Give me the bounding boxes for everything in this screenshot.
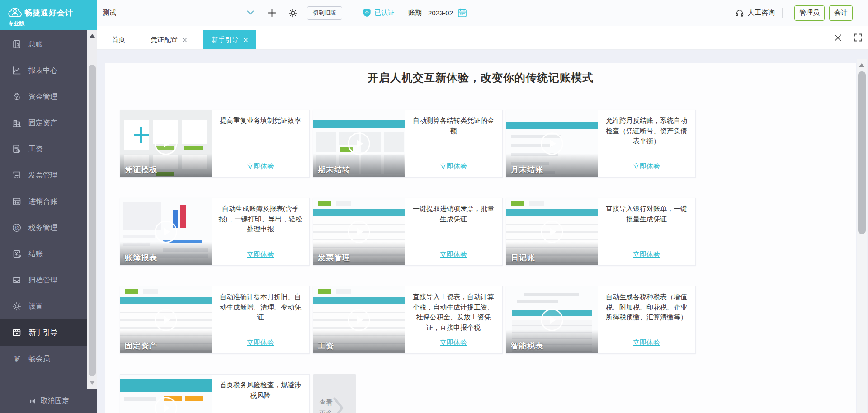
switch-old-version-button[interactable]: 切到旧版 — [307, 6, 342, 20]
sidebar-item[interactable]: V 畅会员 — [0, 346, 87, 372]
guide-card: 日记账 直接导入银行对账单，一键批量生成凭证 立即体验 — [506, 198, 696, 266]
sidebar-item[interactable]: 报表中心 — [0, 57, 87, 84]
try-now-link[interactable]: 立即体验 — [247, 162, 274, 171]
role-admin-button[interactable]: 管理员 — [794, 5, 825, 21]
try-now-link[interactable]: 立即体验 — [633, 162, 660, 171]
video-thumbnail[interactable]: 月末结账 — [506, 110, 598, 177]
play-icon[interactable] — [154, 131, 178, 156]
guide-card: 固定资产 自动准确计提本月折旧、自动生成新增、清理、变动凭证 立即体验 — [120, 286, 310, 354]
tax-icon: 税 — [12, 223, 22, 233]
sidebar-item[interactable]: 资金管理 — [0, 84, 87, 110]
sidebar-item-label: 发票管理 — [28, 171, 57, 180]
svg-text:V: V — [14, 355, 20, 363]
try-now-link[interactable]: 立即体验 — [440, 162, 467, 171]
card-title: 发票管理 — [318, 253, 350, 263]
tab[interactable]: 凭证配置 — [142, 30, 196, 49]
card-body: 提高重复业务填制凭证效率 立即体验 — [212, 110, 309, 177]
sidebar-item-label: 总账 — [28, 40, 43, 49]
company-select[interactable]: 测试 — [103, 4, 254, 22]
scroll-up-icon[interactable] — [90, 34, 95, 38]
card-body: 直接导入工资表，自动计算个税，自动生成计提工资、社保公积金、发放工资凭证，直接申… — [405, 286, 502, 353]
card-description: 自动生成各税种税表（增值税、附加税、印花税、企业所得税预缴、汇算清缴等） — [604, 292, 689, 323]
main-scrollbar-thumb[interactable] — [858, 71, 866, 234]
content-area: 开启人机交互新体验，改变你的传统记账模式 凭证模板 — [97, 50, 868, 413]
main-scrollbar[interactable] — [857, 59, 867, 413]
play-icon[interactable] — [540, 308, 564, 332]
video-thumbnail[interactable]: 智能税表 — [506, 286, 598, 353]
sidebar-item[interactable]: 税 税务管理 — [0, 215, 87, 241]
sidebar-item[interactable]: 归档管理 — [0, 267, 87, 293]
play-icon[interactable] — [154, 396, 178, 413]
card-description: 直接导入工资表，自动计算个税，自动生成计提工资、社保公积金、发放工资凭证，直接申… — [411, 292, 496, 333]
card-description: 直接导入银行对账单，一键批量生成凭证 — [604, 204, 689, 224]
video-thumbnail[interactable]: 工资 — [313, 286, 405, 353]
play-icon[interactable] — [347, 220, 371, 244]
try-now-link[interactable]: 立即体验 — [633, 338, 660, 347]
card-description: 自动准确计提本月折旧、自动生成新增、清理、变动凭证 — [218, 292, 303, 323]
headset-icon — [735, 9, 744, 18]
sidebar-item-label: 进销台账 — [28, 197, 57, 206]
play-icon[interactable] — [540, 131, 564, 156]
settings-gear-icon[interactable] — [288, 8, 298, 18]
guide-card: 首页税务风险检查，规避涉税风险 — [120, 374, 310, 413]
video-thumbnail[interactable]: 账簿报表 — [120, 198, 212, 265]
guide-panel: 开启人机交互新体验，改变你的传统记账模式 凭证模板 — [105, 63, 856, 413]
view-more-button[interactable]: 查看 更多 — [313, 374, 356, 413]
play-icon[interactable] — [347, 308, 371, 332]
tab-label: 首页 — [112, 30, 125, 49]
fullscreen-icon[interactable] — [848, 26, 868, 49]
sidebar-scrollbar[interactable] — [87, 30, 97, 389]
sidebar-item[interactable]: 工资 — [0, 136, 87, 162]
sidebar-scrollbar-thumb[interactable] — [89, 65, 96, 376]
card-title: 固定资产 — [125, 341, 157, 351]
scroll-up-icon[interactable] — [859, 63, 864, 67]
sidebar-item[interactable]: 进销台账 — [0, 188, 87, 215]
sidebar-item[interactable]: 设置 — [0, 293, 87, 319]
sidebar-item-label: 畅会员 — [28, 354, 50, 364]
try-now-link[interactable]: 立即体验 — [440, 338, 467, 347]
shield-cert-icon: 企 — [362, 8, 372, 18]
card-body: 允许跨月反结账，系统自动检查（凭证断号、资产负债表平衡） 立即体验 — [598, 110, 695, 177]
tab-close-icon[interactable] — [243, 38, 248, 42]
video-thumbnail[interactable]: 凭证模板 — [120, 110, 212, 177]
tab-bar: 首页 凭证配置 新手引导 — [97, 26, 868, 50]
calendar-icon[interactable] — [458, 8, 467, 18]
unpin-sidebar-button[interactable]: 取消固定 — [0, 389, 97, 413]
video-thumbnail[interactable]: 发票管理 — [313, 198, 405, 265]
sidebar-item-label: 税务管理 — [28, 223, 57, 233]
video-thumbnail[interactable]: 期末结转 — [313, 110, 405, 177]
add-account-set-icon[interactable] — [268, 9, 276, 17]
accounting-period[interactable]: 账期 2023-02 — [408, 8, 467, 18]
scroll-down-icon[interactable] — [90, 381, 95, 385]
play-icon[interactable] — [347, 131, 371, 156]
sidebar-item[interactable]: 发票管理 — [0, 162, 87, 188]
guide-card-grid: 凭证模板 提高重复业务填制凭证效率 立即体验 — [120, 110, 699, 413]
tab[interactable]: 新手引导 — [203, 30, 256, 49]
card-title: 期末结转 — [318, 164, 350, 175]
sidebar-item[interactable]: 新手引导 — [0, 319, 87, 346]
sidebar-nav: 总账 报表中心 资金管理 固定资产 工资 发票管理 进销台账 税 — [0, 30, 87, 389]
close-all-tabs-icon[interactable] — [828, 26, 848, 49]
tab[interactable]: 首页 — [103, 30, 134, 49]
try-now-link[interactable]: 立即体验 — [633, 250, 660, 259]
try-now-link[interactable]: 立即体验 — [247, 250, 274, 259]
card-body: 自动生成各税种税表（增值税、附加税、印花税、企业所得税预缴、汇算清缴等） 立即体… — [598, 286, 695, 353]
live-support[interactable]: 人工咨询 — [735, 9, 775, 18]
video-thumbnail[interactable]: 固定资产 — [120, 286, 212, 353]
play-icon[interactable] — [154, 308, 178, 332]
sidebar-item[interactable]: 结账 — [0, 241, 87, 267]
guide-card: 月末结账 允许跨月反结账，系统自动检查（凭证断号、资产负债表平衡） 立即体验 — [506, 110, 696, 178]
role-accountant-button[interactable]: 会计 — [829, 5, 853, 21]
card-title: 智能税表 — [511, 341, 543, 351]
tab-close-icon[interactable] — [182, 38, 187, 42]
try-now-link[interactable]: 立即体验 — [247, 338, 274, 347]
sidebar-item[interactable]: 固定资产 — [0, 110, 87, 136]
divider — [782, 8, 783, 18]
sidebar-item[interactable]: 总账 — [0, 31, 87, 57]
video-thumbnail[interactable] — [120, 375, 212, 413]
try-now-link[interactable]: 立即体验 — [440, 250, 467, 259]
play-icon[interactable] — [154, 220, 178, 244]
card-description: 允许跨月反结账，系统自动检查（凭证断号、资产负债表平衡） — [604, 116, 689, 146]
video-thumbnail[interactable]: 日记账 — [506, 198, 598, 265]
play-icon[interactable] — [540, 220, 564, 244]
